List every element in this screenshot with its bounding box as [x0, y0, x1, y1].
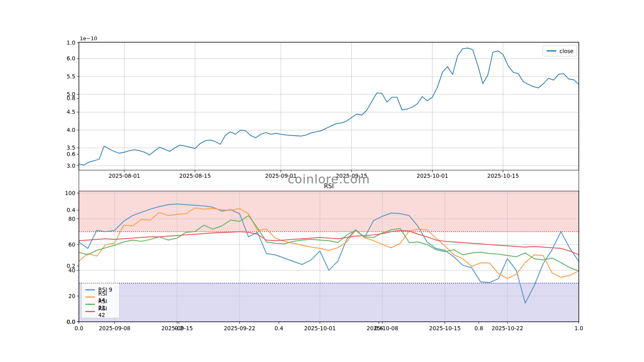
- overlay-x-tick-label: 0.6: [374, 325, 383, 331]
- overlay-y-tick-label: 0.8: [67, 95, 75, 101]
- close-legend-label: close: [559, 48, 574, 54]
- overlay-y-tick-label: 0.4: [67, 207, 75, 213]
- close-line: [79, 48, 579, 165]
- price-x-tick-label: 2025-10-15: [487, 173, 519, 179]
- line-rsi-42: [79, 230, 579, 255]
- rsi-legend-entry: RSI 42: [85, 308, 116, 315]
- rsi-y-tick-label: 60: [68, 241, 75, 248]
- rsi-x-tick-label: 2025-09-08: [99, 325, 130, 331]
- price-y-tick-label: 5.5: [67, 73, 75, 80]
- price-x-tick-label: 2025-08-01: [109, 173, 140, 179]
- rsi-y-tick-label: 0.0: [67, 319, 75, 325]
- price-y-tick-label: 4.5: [67, 109, 75, 115]
- price-y-tick-label: 4.0: [67, 127, 75, 133]
- price-legend: close: [543, 45, 577, 56]
- rsi-x-tick-label: 2025-10-01: [304, 325, 336, 331]
- rsi-y-tick-label: 80: [68, 216, 75, 222]
- price-x-tick-label: 2025-08-15: [179, 173, 211, 179]
- rsi-y-tick-label: 40: [68, 267, 75, 274]
- price-y-tick-label: 3.0: [67, 162, 75, 169]
- overlay-y-tick-label: 1.0: [67, 39, 75, 46]
- overlay-x-tick-label: 1.0: [574, 325, 583, 331]
- price-y-tick-label: 3.5: [67, 144, 75, 151]
- rsi-y-tick-label: 100: [65, 190, 75, 196]
- price-x-tick-label: 2025-10-01: [417, 173, 448, 179]
- rsi-x-tick-label: 2025-10-22: [491, 325, 523, 331]
- close-legend-swatch: [547, 50, 556, 51]
- oversold-band: [79, 283, 579, 322]
- rsi-y-tick-label: 20: [68, 293, 75, 299]
- overlay-x-tick-label: 0.2: [175, 325, 183, 331]
- overlay-x-tick-label: 0.8: [475, 325, 483, 331]
- rsi22-legend-swatch: [85, 304, 95, 305]
- overlay-x-tick-label: 0.0: [74, 325, 83, 331]
- rsi-x-tick-label: 2025-09-22: [224, 325, 255, 331]
- overlay-x-tick-label: 0.4: [275, 325, 283, 331]
- rsi9-legend-swatch: [85, 289, 95, 290]
- rsi42-legend-label: RSI 42: [98, 305, 116, 318]
- rsi14-legend-swatch: [85, 296, 95, 298]
- y-axis-offset-label: 1e−10: [80, 35, 97, 41]
- overlay-y-tick-label: 0.6: [67, 151, 75, 157]
- chart-figure: 3.03.54.04.55.05.56.00.00.20.40.60.81.02…: [0, 0, 644, 362]
- overbought-band: [79, 191, 579, 232]
- rsi-x-tick-label: 2025-10-15: [429, 325, 460, 331]
- rsi42-legend-swatch: [85, 311, 95, 312]
- rsi-panel-title: RSI: [324, 183, 334, 190]
- price-y-tick-label: 6.0: [67, 55, 75, 62]
- rsi-legend: RSI 9 RSI 14 RSI 22 RSI 42: [81, 283, 120, 318]
